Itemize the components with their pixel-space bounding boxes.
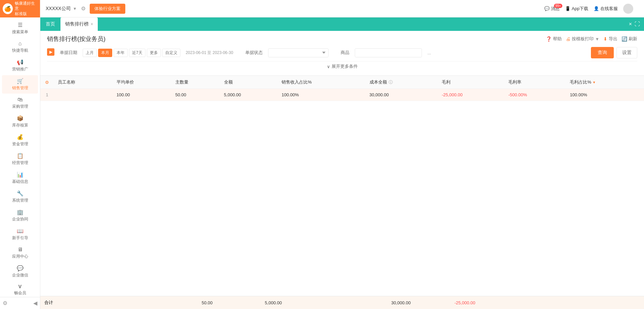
- settings-gear-icon[interactable]: ⚙: [81, 5, 86, 12]
- col-cost-amount: 成本全额 ⓘ: [366, 76, 438, 89]
- cost-info-icon: ⓘ: [389, 80, 393, 85]
- cell-profit-pct: 100.00%: [566, 89, 644, 101]
- sidebar-item-inventory-label: 库存核算: [12, 122, 28, 128]
- sidebar-item-search-label: 搜索菜单: [12, 29, 28, 35]
- sidebar-settings-icon[interactable]: ⚙: [3, 300, 7, 306]
- sidebar-item-enterprise[interactable]: 🏢 企业协同: [2, 206, 38, 225]
- refresh-icon: 🔄: [621, 36, 627, 42]
- operation-icon: 📋: [17, 153, 24, 159]
- company-name: XXXXX公司: [46, 6, 71, 12]
- help-label: 帮助: [553, 36, 562, 42]
- col-rank: ⚙: [40, 76, 54, 89]
- sidebar-item-marketing[interactable]: 📢 营销推广: [2, 56, 38, 75]
- sidebar-item-member[interactable]: V 畅会员: [2, 281, 38, 297]
- date-buttons: 上月 本月 本年 近7天 更多 自定义: [83, 49, 180, 57]
- date-this-year-btn[interactable]: 本年: [114, 49, 128, 57]
- table-footer: 合计 50.00 5,000.00 30,000.00 -25,000.00: [40, 296, 644, 309]
- sidebar-item-member-label: 畅会员: [14, 290, 26, 296]
- inventory-icon: 📦: [17, 115, 24, 121]
- expand-more-btn[interactable]: ∨ 展开更多条件: [327, 63, 358, 69]
- sidebar-item-wechat-label: 企业微信: [12, 272, 28, 278]
- page-title: 销售排行榜(按业务员): [47, 35, 105, 43]
- col-profit-rate: 毛利率: [504, 76, 566, 89]
- logo-text: 畅康通好生意 标准版: [15, 1, 37, 17]
- message-badge: 99+: [554, 4, 562, 8]
- tab-close-window-icon[interactable]: ×: [629, 21, 632, 27]
- print-icon: 🖨: [566, 36, 570, 42]
- company-selector[interactable]: XXXXX公司 ▼: [46, 6, 77, 12]
- message-button[interactable]: 💬 消息 99+: [544, 6, 560, 12]
- cell-cost-amount: 30,000.00: [366, 89, 438, 101]
- goods-input[interactable]: [355, 48, 422, 57]
- tab-sales-rank-label: 销售排行榜: [65, 21, 89, 27]
- date-7days-btn[interactable]: 近7天: [129, 49, 145, 57]
- sidebar-item-appstore[interactable]: 🖥 应用中心: [2, 244, 38, 262]
- sidebar-item-enterprise-label: 企业协同: [12, 216, 28, 222]
- col-sales-pct: 销售收入占比%: [277, 76, 365, 89]
- help-button[interactable]: ❓ 帮助: [546, 36, 562, 42]
- cell-sales-pct: 100.00%: [277, 89, 365, 101]
- table-container: ⚙ 员工名称 平均单价 主数量 全额 销售收入占比% 成本全额 ⓘ 毛利: [40, 76, 644, 296]
- logo-icon: 🍊: [3, 3, 13, 14]
- template-print-label: 按模板打印: [572, 36, 594, 42]
- filter-more-link[interactable]: ...: [427, 50, 431, 55]
- date-more-btn[interactable]: 更多: [147, 49, 161, 57]
- appstore-icon: 🖥: [17, 247, 23, 253]
- date-custom-btn[interactable]: 自定义: [162, 49, 180, 57]
- search-menu-icon: ☰: [18, 22, 23, 28]
- sidebar-item-basic[interactable]: 📊 基础信息: [2, 169, 38, 187]
- tab-controls: × ⛶: [625, 21, 644, 27]
- date-last-month-btn[interactable]: 上月: [83, 49, 97, 57]
- help-icon: ❓: [546, 36, 552, 42]
- sidebar-collapse-icon[interactable]: ◀: [33, 300, 37, 306]
- profit-pct-icon: ▼: [593, 81, 596, 84]
- user-avatar[interactable]: [623, 4, 633, 14]
- logo: 🍊 畅康通好生意 标准版: [0, 0, 40, 17]
- marketing-icon: 📢: [17, 59, 24, 65]
- purchase-icon: 🛍: [17, 97, 23, 103]
- filter-expand-arrow[interactable]: ▶: [47, 48, 54, 56]
- topbar-right: 💬 消息 99+ 📱 App下载 👤 在线客服: [544, 4, 639, 14]
- sidebar-item-sales[interactable]: 🛒 销售管理: [2, 75, 38, 94]
- tab-sales-rank[interactable]: 销售排行榜 ×: [60, 17, 98, 31]
- app-download-icon: 📱: [565, 6, 570, 11]
- app-download-label: App下载: [572, 6, 588, 12]
- trial-button[interactable]: 体验行业方案: [90, 4, 125, 14]
- col-rank-icon: ⚙: [45, 80, 49, 85]
- status-select[interactable]: [268, 48, 329, 57]
- app-download-button[interactable]: 📱 App下载: [565, 6, 588, 12]
- sidebar-item-operation[interactable]: 📋 经营管理: [2, 150, 38, 168]
- cell-avg-price: 100.00: [113, 89, 171, 101]
- export-button[interactable]: ⬇ 导出: [603, 36, 617, 42]
- tab-fullscreen-icon[interactable]: ⛶: [635, 21, 640, 27]
- tab-home[interactable]: 首页: [40, 17, 60, 31]
- home-icon: ⌂: [18, 41, 22, 47]
- template-print-button[interactable]: 🖨 按模板打印 ▼: [566, 36, 599, 42]
- cell-rank: 1: [40, 89, 54, 101]
- sidebar-item-purchase[interactable]: 🛍 采购管理: [2, 94, 38, 112]
- footer-profit: -25,000.00: [450, 300, 514, 305]
- sidebar-item-guide[interactable]: 📖 新手引导: [2, 225, 38, 244]
- refresh-button[interactable]: 🔄 刷新: [621, 36, 637, 42]
- template-print-arrow: ▼: [595, 37, 599, 42]
- date-this-month-btn[interactable]: 本月: [98, 49, 112, 57]
- finance-icon: 💰: [17, 134, 24, 140]
- sidebar-item-search[interactable]: ☰ 搜索菜单: [2, 19, 38, 38]
- sidebar-item-system[interactable]: 🔧 系统管理: [2, 188, 38, 206]
- sidebar-item-shortcut[interactable]: ⌂ 快捷导航: [2, 38, 38, 56]
- query-button[interactable]: 查询: [591, 47, 614, 58]
- cell-main-qty: 50.00: [171, 89, 220, 101]
- filter-row-date: 单据日期 上月 本月 本年 近7天 更多 自定义 2023-06-01 至 20…: [60, 47, 637, 58]
- tab-close-icon[interactable]: ×: [91, 22, 93, 27]
- sidebar-item-finance-label: 资金管理: [12, 141, 28, 147]
- sidebar-item-wechat[interactable]: 💬 企业微信: [2, 262, 38, 281]
- online-service-button[interactable]: 👤 在线客服: [594, 6, 618, 12]
- sidebar-item-operation-label: 经营管理: [12, 160, 28, 166]
- sales-icon: 🛒: [17, 78, 24, 84]
- status-filter-label: 单据状态: [245, 50, 263, 56]
- sidebar-item-inventory[interactable]: 📦 库存核算: [2, 112, 38, 131]
- date-range-display: 2023-06-01 至 2023-06-30: [186, 50, 233, 56]
- settings-button[interactable]: 设置: [616, 47, 637, 58]
- tab-home-label: 首页: [46, 21, 55, 27]
- sidebar-item-finance[interactable]: 💰 资金管理: [2, 131, 38, 150]
